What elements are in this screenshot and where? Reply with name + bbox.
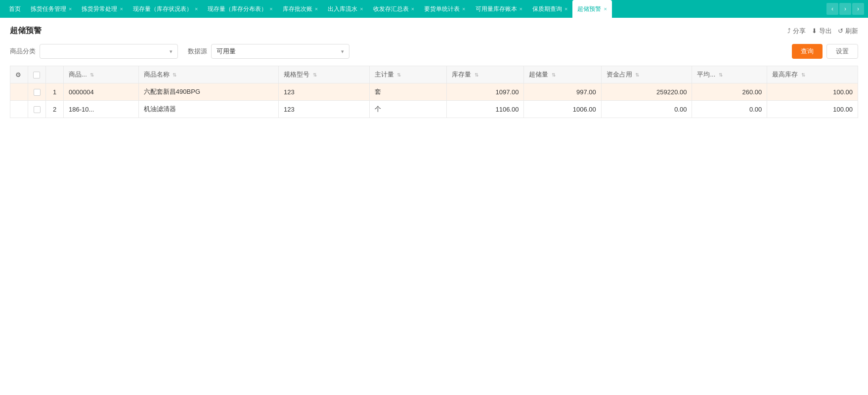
nav-arrow-right[interactable]: ›	[839, 3, 851, 15]
sort-unit-icon: ⇅	[397, 72, 401, 78]
nav-stock-dist[interactable]: 现存量（库存分布表） ×	[203, 0, 277, 18]
set-button[interactable]: 设置	[826, 44, 858, 59]
td-avg-0: 260.00	[692, 83, 767, 101]
close-stock-dist[interactable]: ×	[269, 6, 272, 12]
row-checkbox-1[interactable]	[34, 106, 41, 113]
th-spec[interactable]: 规格型号 ⇅	[279, 66, 370, 83]
close-shelf-life[interactable]: ×	[564, 6, 567, 12]
td-overstock-qty-1: 1006.00	[524, 101, 601, 118]
export-icon: ⬇	[812, 27, 817, 35]
td-sku-code-0: 0000004	[64, 83, 139, 101]
share-icon: ⤴	[787, 27, 791, 35]
top-nav: 首页 拣货任务管理 × 拣货异常处理 × 现存量（库存状况表） × 现存量（库存…	[0, 0, 868, 18]
nav-arrows: ‹ › ›	[826, 3, 864, 15]
td-sku-name-1: 机油滤清器	[138, 101, 278, 118]
td-checkbox-1[interactable]	[28, 101, 46, 118]
sort-stock-qty-icon: ⇅	[475, 72, 478, 78]
close-batch[interactable]: ×	[315, 6, 318, 12]
close-stock-status[interactable]: ×	[195, 6, 198, 12]
th-checkbox[interactable]	[28, 66, 46, 83]
sort-sku-name-icon: ⇅	[173, 72, 176, 78]
sort-overstock-qty-icon: ⇅	[552, 72, 556, 78]
nav-avail-stock[interactable]: 可用量库存账本 ×	[471, 0, 527, 18]
td-num-1: 2	[46, 101, 64, 118]
nav-shelf-life[interactable]: 保质期查询 ×	[527, 0, 572, 18]
close-task-mgmt[interactable]: ×	[69, 6, 72, 12]
table-row: 2 186-10... 机油滤清器 123 个 1106.00 1006.00 …	[10, 101, 858, 118]
page-header: 超储预警 ⤴ 分享 ⬇ 导出 ↺ 刷新	[10, 26, 858, 36]
category-chevron-icon: ▾	[170, 48, 173, 55]
td-capital-occ-0: 259220.00	[601, 83, 692, 101]
close-order-stat[interactable]: ×	[462, 6, 465, 12]
filter-row: 商品分类 ▾ 数据源 可用量 ▾ 查询 设置	[10, 44, 858, 59]
category-filter-group: 商品分类 ▾	[10, 44, 178, 59]
data-table: ⚙ 商品... ⇅ 商品名称 ⇅ 规格型号 ⇅	[10, 66, 858, 118]
sort-sku-code-icon: ⇅	[90, 72, 94, 78]
nav-abnormal[interactable]: 拣货异常处理 ×	[77, 0, 128, 18]
close-collect-summary[interactable]: ×	[411, 6, 414, 12]
td-max-stock-0: 100.00	[767, 83, 858, 101]
share-button[interactable]: ⤴ 分享	[787, 27, 806, 36]
td-sku-name-0: 六配套新昌490BPG	[138, 83, 278, 101]
td-spec-1: 123	[279, 101, 370, 118]
table-row: 1 0000004 六配套新昌490BPG 123 套 1097.00 997.…	[10, 83, 858, 101]
refresh-button[interactable]: ↺ 刷新	[838, 27, 858, 36]
td-gear-1	[10, 101, 28, 118]
td-unit-1: 个	[369, 101, 446, 118]
query-button[interactable]: 查询	[792, 44, 823, 59]
close-inout-flow[interactable]: ×	[360, 6, 363, 12]
nav-task-mgmt[interactable]: 拣货任务管理 ×	[26, 0, 77, 18]
nav-home[interactable]: 首页	[4, 0, 26, 18]
category-label: 商品分类	[10, 47, 36, 56]
filter-actions: 查询 设置	[792, 44, 858, 59]
export-button[interactable]: ⬇ 导出	[812, 27, 832, 36]
header-actions: ⤴ 分享 ⬇ 导出 ↺ 刷新	[787, 27, 858, 36]
sort-capital-occ-icon: ⇅	[635, 72, 639, 78]
datasource-select[interactable]: 可用量 ▾	[211, 44, 349, 59]
nav-inout-flow[interactable]: 出入库流水 ×	[323, 0, 368, 18]
nav-arrow-left[interactable]: ‹	[826, 3, 838, 15]
close-avail-stock[interactable]: ×	[520, 6, 522, 12]
close-abnormal[interactable]: ×	[120, 6, 123, 12]
nav-batch[interactable]: 库存批次账 ×	[278, 0, 323, 18]
th-sku-name[interactable]: 商品名称 ⇅	[138, 66, 278, 83]
datasource-filter-group: 数据源 可用量 ▾	[188, 44, 349, 59]
nav-arrow-more[interactable]: ›	[852, 3, 864, 15]
th-max-stock[interactable]: 最高库存 ⇅	[767, 66, 858, 83]
td-stock-qty-1: 1106.00	[447, 101, 524, 118]
th-gear[interactable]: ⚙	[10, 66, 28, 83]
nav-collect-summary[interactable]: 收发存汇总表 ×	[368, 0, 419, 18]
page-title: 超储预警	[10, 26, 42, 36]
sort-avg-icon: ⇅	[719, 72, 723, 78]
row-checkbox-0[interactable]	[34, 89, 41, 96]
refresh-icon: ↺	[838, 27, 843, 35]
td-max-stock-1: 100.00	[767, 101, 858, 118]
nav-stock-status[interactable]: 现存量（库存状况表） ×	[128, 0, 203, 18]
datasource-select-value: 可用量	[217, 47, 341, 56]
gear-icon: ⚙	[15, 71, 21, 79]
sort-max-stock-icon: ⇅	[801, 72, 805, 78]
th-unit[interactable]: 主计量 ⇅	[369, 66, 446, 83]
td-checkbox-0[interactable]	[28, 83, 46, 101]
th-sku-code[interactable]: 商品... ⇅	[64, 66, 139, 83]
nav-order-stat[interactable]: 要货单统计表 ×	[419, 0, 470, 18]
category-select[interactable]: ▾	[40, 44, 178, 59]
nav-overstock[interactable]: 超储预警 ×	[572, 0, 611, 18]
page-content: 超储预警 ⤴ 分享 ⬇ 导出 ↺ 刷新 商品分类 ▾ 数据源	[0, 18, 868, 395]
th-avg[interactable]: 平均... ⇅	[692, 66, 767, 83]
td-unit-0: 套	[369, 83, 446, 101]
th-capital-occ[interactable]: 资金占用 ⇅	[601, 66, 692, 83]
td-capital-occ-1: 0.00	[601, 101, 692, 118]
td-gear-0	[10, 83, 28, 101]
close-overstock[interactable]: ×	[604, 6, 607, 12]
th-stock-qty[interactable]: 库存量 ⇅	[447, 66, 524, 83]
header-checkbox[interactable]	[33, 72, 40, 79]
th-overstock-qty[interactable]: 超储量 ⇅	[524, 66, 601, 83]
td-spec-0: 123	[279, 83, 370, 101]
td-overstock-qty-0: 997.00	[524, 83, 601, 101]
td-num-0: 1	[46, 83, 64, 101]
th-num	[46, 66, 64, 83]
datasource-chevron-icon: ▾	[341, 48, 344, 55]
sort-spec-icon: ⇅	[313, 72, 317, 78]
td-stock-qty-0: 1097.00	[447, 83, 524, 101]
